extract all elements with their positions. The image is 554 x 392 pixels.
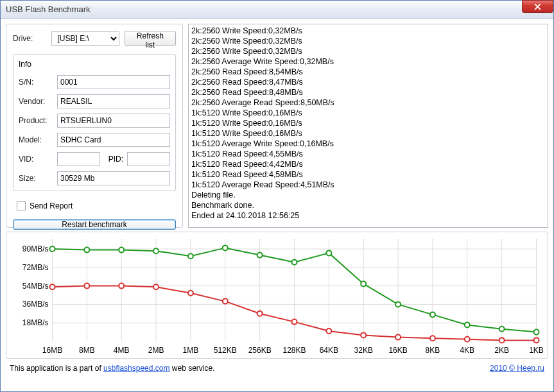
svg-text:128KB: 128KB (282, 346, 306, 355)
svg-text:54MB/s: 54MB/s (22, 282, 49, 291)
svg-text:512KB: 512KB (214, 346, 237, 355)
svg-point-42 (119, 248, 124, 253)
svg-text:4KB: 4KB (460, 346, 474, 355)
svg-point-54 (534, 330, 539, 335)
svg-point-63 (326, 328, 331, 334)
vendor-row: Vendor: (19, 94, 170, 108)
refresh-button[interactable]: Refresh list (125, 31, 176, 46)
footer-link-copyright[interactable]: 2010 © Heep.ru (490, 364, 544, 373)
log-output[interactable]: 2k:2560 Write Speed:0,32MB/s 2k:2560 Wri… (188, 24, 548, 228)
pid-field[interactable] (127, 152, 170, 166)
svg-point-68 (499, 337, 505, 343)
svg-point-53 (499, 327, 505, 332)
svg-point-59 (188, 291, 193, 296)
svg-text:1KB: 1KB (529, 346, 544, 355)
svg-point-41 (84, 248, 89, 253)
svg-point-52 (465, 322, 470, 327)
sn-field[interactable] (57, 75, 170, 89)
model-field[interactable] (57, 133, 170, 147)
svg-point-64 (361, 332, 366, 337)
svg-point-43 (153, 248, 159, 253)
svg-text:32KB: 32KB (354, 346, 373, 355)
svg-point-55 (50, 284, 55, 289)
product-row: Product: (19, 114, 170, 128)
titlebar: USB Flash Benchmark (1, 1, 553, 19)
model-label: Model: (19, 135, 53, 144)
svg-text:2KB: 2KB (494, 346, 509, 355)
model-row: Model: (19, 133, 170, 147)
svg-point-47 (292, 260, 297, 265)
svg-point-56 (84, 284, 89, 289)
svg-point-58 (153, 284, 159, 289)
svg-text:8MB: 8MB (79, 346, 95, 355)
pid-label: PID: (104, 155, 123, 164)
svg-text:256KB: 256KB (248, 346, 272, 355)
send-report-label: Send Report (30, 201, 73, 210)
vid-label: VID: (19, 155, 53, 164)
drive-label: Drive: (13, 34, 46, 43)
size-row: Size: (19, 171, 170, 185)
footer-link-site[interactable]: usbflashspeed.com (103, 364, 169, 373)
svg-point-51 (430, 312, 435, 317)
app-window: USB Flash Benchmark Drive: [USB] E:\ Ref… (0, 0, 554, 392)
svg-text:64KB: 64KB (320, 346, 338, 355)
svg-point-65 (395, 335, 401, 340)
send-report-row: Send Report (17, 201, 176, 210)
svg-point-62 (292, 320, 297, 325)
svg-text:4MB: 4MB (114, 346, 130, 355)
svg-text:72MB/s: 72MB/s (22, 263, 49, 272)
svg-point-40 (50, 246, 55, 251)
top-row: Drive: [USB] E:\ Refresh list Info S/N: … (6, 24, 548, 228)
size-field[interactable] (57, 171, 170, 185)
window-title: USB Flash Benchmark (6, 4, 91, 14)
svg-point-69 (534, 337, 539, 343)
info-group: Info S/N: Vendor: Product: Model: (13, 54, 176, 191)
svg-point-49 (361, 281, 366, 286)
svg-point-45 (223, 245, 228, 250)
svg-point-46 (257, 253, 263, 258)
svg-point-61 (257, 311, 263, 316)
footer-text: This application is a part of usbflashsp… (10, 364, 215, 373)
vendor-field[interactable] (57, 94, 170, 108)
svg-point-50 (395, 302, 401, 307)
restart-button[interactable]: Restart benchmark (13, 219, 176, 230)
speed-chart: 18MB/s36MB/s54MB/s72MB/s90MB/s16MB8MB4MB… (6, 232, 548, 358)
svg-point-67 (465, 337, 470, 342)
size-label: Size: (19, 174, 53, 183)
sn-row: S/N: (19, 75, 170, 89)
svg-text:16MB: 16MB (42, 346, 62, 355)
chart-panel: 18MB/s36MB/s54MB/s72MB/s90MB/s16MB8MB4MB… (6, 232, 548, 359)
info-heading: Info (19, 60, 170, 69)
product-field[interactable] (57, 114, 170, 128)
drive-select[interactable]: [USB] E:\ (51, 31, 119, 46)
product-label: Product: (19, 116, 53, 125)
close-icon (534, 3, 541, 10)
svg-text:36MB/s: 36MB/s (22, 300, 49, 309)
drive-row: Drive: [USB] E:\ Refresh list (13, 31, 176, 46)
svg-point-57 (119, 284, 124, 289)
svg-text:18MB/s: 18MB/s (22, 318, 49, 327)
svg-point-44 (188, 253, 193, 259)
footer: This application is a part of usbflashsp… (6, 362, 548, 375)
svg-text:90MB/s: 90MB/s (22, 244, 49, 253)
svg-point-48 (326, 250, 331, 255)
vidpid-row: VID: PID: (19, 152, 170, 166)
close-button[interactable] (522, 0, 553, 13)
svg-point-66 (430, 336, 435, 341)
vid-field[interactable] (57, 152, 100, 166)
svg-text:16KB: 16KB (388, 346, 407, 355)
svg-point-60 (223, 299, 228, 304)
svg-text:1MB: 1MB (183, 346, 199, 355)
send-report-checkbox[interactable] (17, 201, 26, 210)
client-area: Drive: [USB] E:\ Refresh list Info S/N: … (1, 19, 553, 391)
left-panel: Drive: [USB] E:\ Refresh list Info S/N: … (6, 24, 183, 228)
svg-text:2MB: 2MB (148, 346, 164, 355)
sn-label: S/N: (19, 78, 53, 87)
vendor-label: Vendor: (19, 97, 53, 106)
svg-text:8KB: 8KB (426, 346, 440, 355)
